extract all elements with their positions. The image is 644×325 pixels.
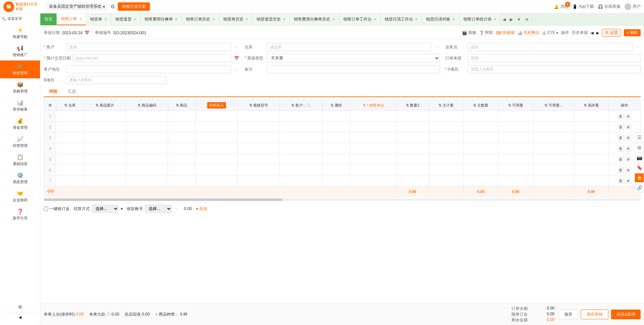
row-4-attribute[interactable]: [322, 143, 350, 154]
sort-icon-product-code[interactable]: ⇅: [138, 103, 141, 107]
row-7-spec[interactable]: [237, 175, 279, 186]
row-2-delete-btn[interactable]: 🗑: [618, 124, 624, 130]
row-1-product-code[interactable]: [126, 111, 168, 122]
row-7-sales-unit[interactable]: [350, 175, 397, 186]
right-tool-2[interactable]: ⊞: [635, 143, 644, 152]
sort-icon-attribute[interactable]: ⇅: [331, 103, 334, 107]
row-1-main-quantity[interactable]: [463, 111, 498, 122]
row-6-product-image[interactable]: [84, 165, 126, 175]
row-1-product-image[interactable]: [84, 111, 126, 122]
delivery-calendar-icon[interactable]: 📅: [234, 56, 239, 60]
save-new-btn[interactable]: 保存&新增: [611, 310, 641, 319]
row-3-copy-btn[interactable]: ⊕: [625, 135, 631, 141]
row-7-product-code[interactable]: [126, 175, 168, 186]
row-4-current-stock[interactable]: [574, 143, 609, 154]
sort-icon-product[interactable]: ⇅: [176, 103, 179, 107]
row-7-customer-code[interactable]: [279, 175, 322, 186]
row-2-copy-btn[interactable]: ⊕: [625, 124, 631, 130]
row-1-available-more[interactable]: [533, 111, 574, 122]
right-tool-6[interactable]: 🔗: [635, 183, 644, 193]
row-7-available-more[interactable]: [533, 175, 574, 186]
row-6-customer-code[interactable]: [279, 165, 322, 175]
sort-icon-quantity2[interactable]: ⇅: [406, 103, 409, 107]
tab-sales-workbench-close[interactable]: ✕: [374, 17, 376, 21]
row-1-current-stock[interactable]: [574, 111, 609, 122]
th-settings[interactable]: ⚙: [44, 100, 56, 111]
invoice-type-select[interactable]: 不开票: [267, 54, 440, 63]
sidebar-item-inventory[interactable]: 📊 库存核算: [0, 97, 40, 115]
row-2-customer-code[interactable]: [279, 122, 322, 132]
tab-sales-workbench[interactable]: 销售订单工作台 ✕: [339, 13, 381, 25]
row-1-main-unit[interactable]: [428, 111, 463, 122]
row-4-spec[interactable]: [237, 143, 279, 154]
row-7-product-image[interactable]: [84, 175, 126, 186]
row-6-product[interactable]: [168, 165, 196, 175]
address-dots-btn[interactable]: ···: [233, 67, 239, 72]
right-tool-4[interactable]: 🔖: [635, 163, 644, 172]
sidebar-item-enterprise[interactable]: 🤝 企业协同: [0, 188, 40, 206]
row-5-main-quantity[interactable]: [463, 154, 498, 165]
row-6-sales-unit[interactable]: [350, 165, 397, 175]
row-3-customer-code[interactable]: [279, 132, 322, 143]
tab-sales-expense-split[interactable]: 销售费用分摊单 ✕: [141, 13, 182, 25]
tab-home[interactable]: 首页: [40, 13, 57, 25]
row-1-quantity2[interactable]: [397, 111, 428, 122]
sidebar-item-quick-nav[interactable]: ⚡ 快捷导航: [0, 24, 40, 42]
row-5-product-code[interactable]: [126, 154, 168, 165]
row-6-delete-btn[interactable]: 🗑: [618, 167, 624, 173]
row-5-copy-btn[interactable]: ⊕: [625, 156, 631, 162]
row-2-product-image[interactable]: [84, 122, 126, 132]
row-4-delete-btn[interactable]: 🗑: [618, 146, 624, 152]
row-4-scan[interactable]: [196, 143, 238, 154]
row-4-main-quantity[interactable]: [463, 143, 498, 154]
tab-sales-order-close[interactable]: ✕: [79, 17, 82, 21]
a-project-input[interactable]: [467, 65, 641, 73]
view-btn[interactable]: 🎬 视频: [462, 30, 476, 36]
row-6-available-more[interactable]: [533, 165, 574, 175]
sidebar-item-operations[interactable]: 📈 经营管理: [0, 133, 40, 151]
order-source-input[interactable]: [467, 54, 641, 62]
delivery-date-input[interactable]: [73, 54, 232, 62]
tab-ar-clearance-workbench-close[interactable]: ✕: [415, 17, 418, 21]
online-service-item[interactable]: 🎧 在线客服: [598, 4, 620, 9]
row-6-current-stock[interactable]: [574, 165, 609, 175]
collection-account-select[interactable]: 选择...: [145, 205, 172, 213]
row-5-scan[interactable]: [196, 154, 238, 165]
sidebar-item-sales[interactable]: 🛒 销售管理: [0, 60, 40, 79]
row-5-current-stock[interactable]: [574, 154, 609, 165]
tab-sales-invoice[interactable]: 销货单 ✕: [86, 13, 111, 25]
collection-account-dots[interactable]: ···: [174, 206, 180, 211]
row-7-current-stock[interactable]: [574, 175, 609, 186]
scan-btn[interactable]: 扫码录入: [207, 102, 226, 109]
row-3-main-unit[interactable]: [428, 132, 463, 143]
order-no-value[interactable]: SO-20230324-001: [113, 31, 146, 35]
row-5-spec[interactable]: [237, 154, 279, 165]
row-6-scan[interactable]: [196, 165, 238, 175]
row-4-available-more[interactable]: [533, 143, 574, 154]
row-2-sales-unit[interactable]: [350, 122, 397, 132]
tab-sales-summary-close[interactable]: ✕: [494, 17, 496, 21]
row-3-current-stock[interactable]: [574, 132, 609, 143]
tab-nav-prev[interactable]: ◀: [501, 17, 508, 22]
row-3-main-quantity[interactable]: [463, 132, 498, 143]
row-7-copy-btn[interactable]: ⊕: [625, 178, 631, 184]
right-tool-5[interactable]: ⭐: [635, 173, 644, 182]
tab-ar-clearance-account-close[interactable]: ✕: [452, 17, 455, 21]
row-7-main-unit[interactable]: [428, 175, 463, 186]
row-2-product[interactable]: [168, 122, 196, 132]
row-4-sales-unit[interactable]: [350, 143, 397, 154]
tab-ar-clearance-workbench[interactable]: 钱货日清工作台 ✕: [381, 13, 422, 25]
row-2-quantity2[interactable]: [397, 122, 428, 132]
row-6-available-qty[interactable]: [498, 165, 533, 175]
row-5-attribute[interactable]: [322, 154, 350, 165]
operation-btn[interactable]: 操作: [561, 30, 569, 36]
row-5-quantity2[interactable]: [397, 154, 428, 165]
row-3-product-code[interactable]: [126, 132, 168, 143]
sort-icon-available-qty[interactable]: ⇅: [508, 103, 511, 107]
right-tool-1[interactable]: ☰: [635, 133, 644, 142]
row-2-main-quantity[interactable]: [463, 122, 498, 132]
tab-detail[interactable]: 明细: [44, 87, 63, 97]
row-2-available-qty[interactable]: [498, 122, 533, 132]
sidebar-search[interactable]: 🔍 搜索菜单: [0, 13, 40, 24]
calendar-icon[interactable]: 📅: [84, 31, 89, 35]
